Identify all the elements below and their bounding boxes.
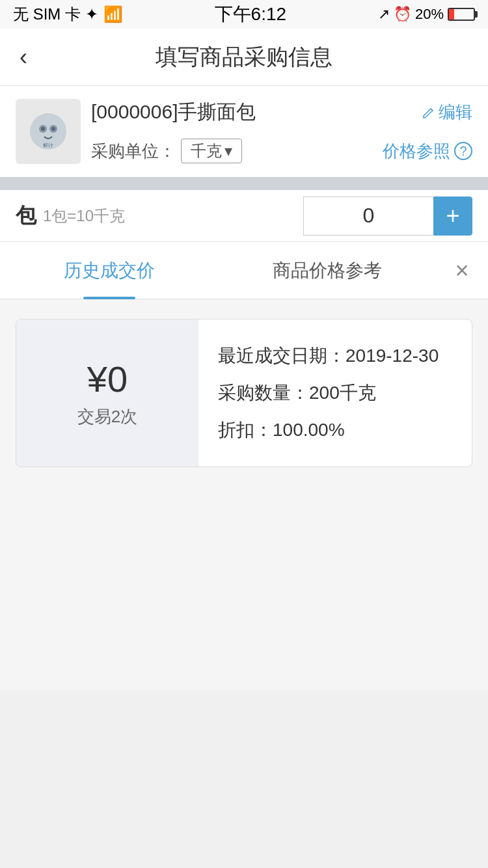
quantity-controls: 0 + — [303, 197, 472, 236]
sim-text: 无 SIM 卡 ✦ — [13, 4, 98, 25]
tab-history-label: 历史成交价 — [64, 258, 155, 283]
tab-history-price[interactable]: 历史成交价 — [0, 242, 218, 299]
price-purchase-qty: 采购数量：200千克 — [218, 380, 452, 405]
product-thumbnail: 鲜计 — [29, 112, 68, 151]
svg-point-4 — [51, 127, 55, 131]
help-icon: ? — [454, 142, 472, 160]
battery-percent: 20% — [415, 6, 444, 23]
tab-close-button[interactable]: × — [436, 257, 488, 284]
quantity-plus-button[interactable]: + — [433, 197, 472, 236]
product-name: [0000006]手撕面包 — [91, 99, 256, 126]
quantity-label: 包 1包=10千克 — [16, 202, 125, 230]
main-content: ¥0 交易2次 最近成交日期：2019-12-30 采购数量：200千克 折扣：… — [0, 299, 488, 690]
edit-button[interactable]: 编辑 — [422, 101, 472, 124]
status-bar: 无 SIM 卡 ✦ 📶 下午6:12 ↗ ⏰ 20% — [0, 0, 488, 29]
status-time: 下午6:12 — [215, 2, 287, 27]
status-left: 无 SIM 卡 ✦ 📶 — [13, 4, 123, 25]
product-card: 鲜计 [0000006]手撕面包 编辑 采购单位： 千克 ▾ — [0, 86, 488, 177]
price-card: ¥0 交易2次 最近成交日期：2019-12-30 采购数量：200千克 折扣：… — [16, 319, 472, 467]
tabs-container: 历史成交价 商品价格参考 × — [0, 242, 488, 299]
nav-bar: ‹ 填写商品采购信息 — [0, 29, 488, 86]
quantity-input[interactable]: 0 — [303, 197, 433, 236]
status-right: ↗ ⏰ 20% — [378, 6, 475, 23]
product-top-row: [0000006]手撕面包 编辑 — [91, 99, 472, 126]
price-transactions: 交易2次 — [77, 405, 137, 428]
location-icon: ↗ — [378, 6, 390, 23]
unit-char: 包 — [16, 202, 36, 230]
alarm-icon: ⏰ — [394, 6, 411, 23]
unit-row: 采购单位： 千克 ▾ — [91, 139, 242, 163]
price-card-left: ¥0 交易2次 — [16, 319, 198, 467]
product-image: 鲜计 — [16, 99, 81, 164]
tab-underline — [83, 297, 135, 299]
svg-text:鲜计: 鲜计 — [43, 142, 53, 148]
product-bottom-row: 采购单位： 千克 ▾ 价格参照 ? — [91, 139, 472, 163]
wifi-icon: 📶 — [103, 5, 123, 23]
battery-icon — [448, 8, 475, 21]
tab-product-price[interactable]: 商品价格参考 — [218, 242, 436, 299]
dropdown-arrow-icon: ▾ — [224, 142, 232, 160]
price-card-right: 最近成交日期：2019-12-30 采购数量：200千克 折扣：100.00% — [198, 319, 472, 467]
svg-point-3 — [41, 127, 45, 131]
back-button[interactable]: ‹ — [13, 37, 34, 77]
quantity-row: 包 1包=10千克 0 + — [0, 190, 488, 242]
price-card-container: ¥0 交易2次 最近成交日期：2019-12-30 采购数量：200千克 折扣：… — [0, 299, 488, 487]
price-ref-button[interactable]: 价格参照 ? — [383, 140, 472, 163]
conversion-note: 1包=10千克 — [43, 206, 125, 226]
price-amount: ¥0 — [87, 358, 128, 400]
price-discount: 折扣：100.00% — [218, 417, 452, 442]
page-title: 填写商品采购信息 — [156, 42, 332, 72]
price-recent-date: 最近成交日期：2019-12-30 — [218, 343, 452, 368]
separator-bar — [0, 177, 488, 190]
unit-label: 采购单位： — [91, 140, 176, 163]
tab-product-label: 商品价格参考 — [273, 258, 382, 283]
product-info: [0000006]手撕面包 编辑 采购单位： 千克 ▾ 价格参照 ? — [91, 99, 472, 163]
unit-select[interactable]: 千克 ▾ — [181, 139, 242, 163]
